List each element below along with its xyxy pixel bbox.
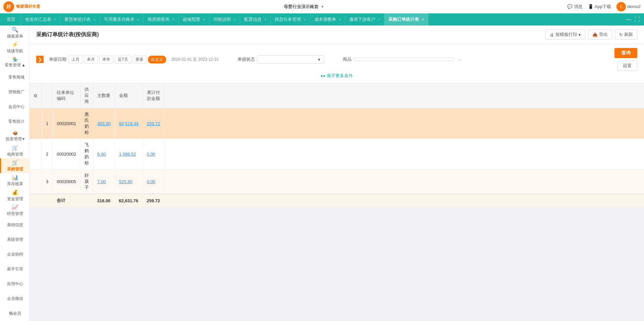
- tab-keyong[interactable]: 可用量库存账本 ×: [100, 13, 144, 25]
- sidebar-item-newguide[interactable]: 新手引导: [0, 262, 29, 277]
- tab-baoquan[interactable]: 保质期查询 ×: [144, 13, 178, 25]
- sidebar-item-retail-stat[interactable]: 零售统计: [0, 114, 29, 129]
- sidebar-item-operation[interactable]: 📈 经营管理: [0, 203, 29, 218]
- close-icon[interactable]: ×: [203, 17, 205, 21]
- tab-shoufah-label: 收发存汇总表: [25, 16, 51, 22]
- sidebar-item-ecommerce[interactable]: 🛒 电商管理: [0, 144, 29, 158]
- sidebar-item-basic[interactable]: 基础信息: [0, 218, 29, 232]
- ecommerce-label: 电商管理: [7, 152, 23, 157]
- tab-home[interactable]: 首页: [1, 13, 21, 25]
- sidebar-item-quicknav[interactable]: ⚡ 快捷导航: [0, 40, 29, 55]
- tab-caigou[interactable]: 采购订单统计表 ×: [384, 13, 428, 25]
- date-filter: 单据日期 上月 本月 本年 近7天 更多 自定义: [49, 56, 166, 63]
- toggle-button[interactable]: ❯: [36, 56, 44, 63]
- print-button[interactable]: 🖨 按模板打印 ▾: [545, 30, 585, 40]
- sidebar-item-wechat[interactable]: 企业微信: [0, 291, 29, 306]
- operation-icon: 📈: [12, 204, 18, 210]
- shortcut-custom[interactable]: 自定义: [148, 56, 166, 63]
- tab-pinhuo-label: 拣货任务管理: [275, 16, 301, 22]
- table-footer: 合计 316.00 62,631.76 259.72: [30, 194, 644, 207]
- footer-label: 合计: [53, 194, 80, 207]
- close-icon[interactable]: ×: [137, 17, 139, 21]
- close-icon[interactable]: ×: [264, 17, 266, 21]
- row-amount: 60,519.44: [115, 108, 143, 139]
- retail-label: 零售管理: [5, 62, 21, 68]
- sidebar-item-marketing[interactable]: 营销推广: [0, 85, 29, 99]
- system-label: 系统管理: [7, 237, 23, 243]
- table-row[interactable]: 1 00020001 惠氏奶粉 303.00 60,519.44 259.72: [30, 108, 644, 139]
- export-button[interactable]: 📤 导出: [588, 30, 612, 40]
- date-range-text: 2016-01-01 至 2023-12-31: [171, 57, 219, 62]
- tab-peizhi[interactable]: 配置信息 ×: [240, 13, 271, 25]
- sidebar-item-wholesale[interactable]: 📦 批发管理 ▾: [0, 129, 29, 144]
- table-row[interactable]: 3 00020005 好孩子 7.00 525.80 0.00: [30, 169, 644, 194]
- footer-extra: [164, 194, 644, 207]
- page-title: 采购订单统计表(按供应商): [36, 31, 99, 38]
- app-download-button[interactable]: 📱 App下载: [588, 4, 611, 10]
- tab-yaohuo[interactable]: 要货单统计表 ×: [60, 13, 100, 25]
- row-supplier: 好孩子: [80, 169, 93, 194]
- shortcut-more[interactable]: 更多: [132, 56, 147, 63]
- sidebar-item-retail-shop[interactable]: 零售商城: [0, 70, 29, 85]
- sidebar-item-finance[interactable]: 💰 资金管理: [0, 188, 29, 203]
- close-icon[interactable]: ×: [304, 17, 306, 21]
- appcenter-label: 应用中心: [7, 281, 23, 287]
- sidebar-item-inventory[interactable]: 📊 库存核算: [0, 173, 29, 188]
- layout: 🔍 搜索菜单 ⚡ 快捷导航 🏪 零售管理 ▲ 零售商城 营销推广 会员中心 零售…: [0, 25, 644, 321]
- shortcut-this-year[interactable]: 本年: [99, 56, 113, 63]
- message-button[interactable]: 💬 消息: [567, 4, 583, 10]
- close-icon[interactable]: ×: [54, 17, 56, 21]
- workspace-dropdown-icon[interactable]: ▾: [321, 4, 324, 9]
- table-row[interactable]: 2 00020002 飞鹤奶粉 6.00 1,586.52 0.00: [30, 139, 644, 169]
- goods-input[interactable]: [354, 58, 454, 61]
- close-icon[interactable]: ×: [93, 17, 95, 21]
- row-settings: [30, 139, 42, 169]
- goods-filter: 商品 ···: [343, 56, 461, 62]
- sidebar-item-retail[interactable]: 🏪 零售管理 ▲: [0, 55, 29, 70]
- more-dots[interactable]: ···: [458, 57, 461, 62]
- sidebar-item-vip[interactable]: 畅会员: [0, 306, 29, 321]
- finance-label: 资金管理: [7, 196, 23, 202]
- workspace-selector[interactable]: 母婴行业演示账套 ▾: [284, 4, 324, 10]
- tab-chaochuu[interactable]: 超储预警 ×: [179, 13, 209, 25]
- operation-label: 经营管理: [7, 211, 23, 217]
- col-settings[interactable]: ⚙: [30, 83, 42, 108]
- tab-shoufah[interactable]: 收发存汇总表 ×: [21, 13, 60, 25]
- sidebar-item-appcenter[interactable]: 应用中心: [0, 277, 29, 291]
- app-download-label: App下载: [595, 4, 611, 10]
- close-icon[interactable]: ×: [172, 17, 174, 21]
- sidebar-item-enterprise[interactable]: 企业协同: [0, 247, 29, 262]
- row-num: 3: [42, 169, 53, 194]
- maximize-icon[interactable]: ⛶: [635, 16, 640, 22]
- user-profile[interactable]: E demo2: [616, 2, 641, 11]
- sidebar-item-member[interactable]: 会员中心: [0, 99, 29, 114]
- refresh-button[interactable]: ↻ 刷新: [615, 30, 637, 40]
- settings-button[interactable]: 设置: [617, 61, 637, 71]
- close-icon[interactable]: ×: [422, 17, 424, 21]
- download-icon: 📱: [588, 4, 593, 9]
- expand-more-row[interactable]: ▾▾ 展开更多条件: [36, 71, 637, 79]
- tab-yaoqing[interactable]: 邀请下游客户 ×: [345, 13, 384, 25]
- query-button[interactable]: 查询: [614, 48, 637, 58]
- row-num: 1: [42, 108, 53, 139]
- shortcut-7-days[interactable]: 近7天: [115, 56, 131, 63]
- shortcut-this-month[interactable]: 本月: [84, 56, 98, 63]
- sidebar-item-system[interactable]: 系统管理: [0, 232, 29, 247]
- status-label: 单据状态: [237, 56, 255, 62]
- tab-pinhuo[interactable]: 拣货任务管理 ×: [271, 13, 310, 25]
- status-select[interactable]: ▾: [257, 55, 324, 64]
- row-qty: 7.00: [93, 169, 115, 194]
- top-right-actions: 💬 消息 📱 App下载 E demo2: [567, 2, 641, 11]
- tab-gongneng[interactable]: 功能说明 ×: [209, 13, 240, 25]
- sidebar-item-search[interactable]: 🔍 搜索菜单: [0, 25, 29, 40]
- col-rownum: [42, 83, 53, 108]
- row-num: 2: [42, 139, 53, 169]
- inventory-icon: 📊: [12, 174, 18, 180]
- close-icon[interactable]: ×: [378, 17, 380, 21]
- sidebar-item-purchase[interactable]: 🛒 采购管理: [0, 158, 29, 173]
- tab-chengben[interactable]: 成本调整单 ×: [310, 13, 345, 25]
- close-icon[interactable]: ×: [339, 17, 341, 21]
- shortcut-last-month[interactable]: 上月: [68, 56, 83, 63]
- minimize-icon[interactable]: —: [626, 16, 631, 22]
- close-icon[interactable]: ×: [233, 17, 235, 21]
